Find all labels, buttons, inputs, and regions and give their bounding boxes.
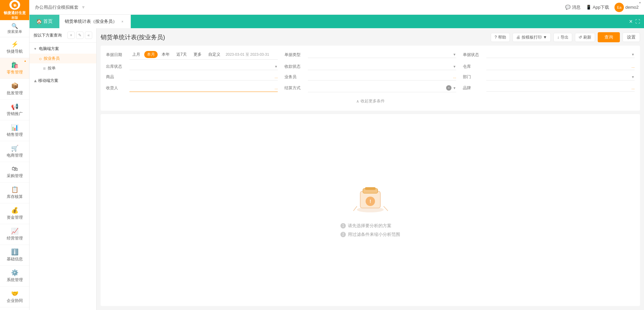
tab-close-btn[interactable]: × — [120, 19, 125, 24]
collapse-label: 收起更多条件 — [361, 98, 385, 104]
help-label: 帮助 — [498, 35, 506, 40]
sidebar-item-operations[interactable]: 📈 经营管理 — [0, 224, 29, 245]
query-btn[interactable]: 查询 — [598, 32, 620, 42]
system-icon: ⚙️ — [11, 269, 18, 276]
left-panel: 按以下方案查询 + ✎ « ▼ 电脑端方案 ○ 按业务员 ≡ 按单 — [30, 28, 97, 310]
docstatus-label: 单据状态 — [463, 52, 486, 58]
consignee-input[interactable] — [129, 86, 275, 90]
fullscreen-icon[interactable]: ⛶ — [635, 19, 640, 24]
consignee-more-btn[interactable]: ... — [275, 86, 278, 90]
sidebar-item-wholesale[interactable]: 📦 批发管理 — [0, 79, 29, 100]
mobile-group-title[interactable]: ▶ 移动端方案 — [30, 76, 96, 86]
tree-group-desktop: ▼ 电脑端方案 ○ 按业务员 ≡ 按单 — [30, 43, 96, 74]
tab-label: 销货单统计表（按业务员） — [65, 18, 117, 24]
paystatus-label: 收款状态 — [284, 64, 308, 69]
left-panel-actions: + ✎ « — [67, 32, 92, 39]
refresh-btn[interactable]: ↺ 刷新 — [575, 33, 595, 42]
edit-scheme-btn[interactable]: ✎ — [76, 32, 84, 39]
sidebar-item-retail[interactable]: 🛍️ 零售管理 — [0, 58, 29, 79]
main-area: 办公用品行业模拟账套 ▼ 💬 消息 📱 App下载 Ea demo2 🏠 首页 — [30, 0, 644, 310]
export-label: 导出 — [560, 35, 569, 40]
collapse-btn[interactable]: ∧ 收起更多条件 — [352, 98, 389, 105]
salesperson-more-btn[interactable]: ... — [453, 75, 456, 79]
breadcrumb-arrow: ▼ — [81, 5, 86, 10]
warehouse-more-btn[interactable]: ... — [632, 64, 635, 68]
settlement-control[interactable]: × ▼ — [308, 84, 456, 92]
filter-row-4: 收货人 ... 结算方式 × ▼ — [106, 84, 635, 92]
sidebar-item-enterprise[interactable]: 🤝 企业协同 — [0, 287, 29, 307]
wholesale-icon: 📦 — [11, 82, 18, 90]
brand-more-btn[interactable]: ... — [632, 86, 635, 90]
sidebar-item-finance[interactable]: 💰 资金管理 — [0, 203, 29, 224]
message-btn[interactable]: 💬 消息 — [565, 4, 581, 10]
tree-item-salesperson[interactable]: ○ 按业务员 — [30, 54, 96, 63]
mobile-group-label: 移动端方案 — [38, 78, 58, 84]
date-btn-last-month[interactable]: 上月 — [129, 51, 143, 58]
docstatus-control[interactable]: ▼ — [486, 51, 635, 58]
user-menu[interactable]: Ea demo2 — [614, 3, 639, 12]
docstatus-dropdown-icon: ▼ — [631, 53, 635, 56]
purchase-icon: 🛍 — [12, 165, 18, 172]
empty-illustration: ! — [350, 181, 390, 215]
date-filter-buttons: 上月 本月 本年 近7天 更多 自定义 2023-03-01 至 2023-03… — [129, 51, 269, 58]
print-icon: 🖨 — [516, 35, 520, 40]
sidebar-item-label: 库存核算 — [7, 194, 23, 200]
filter-department-item: 部门 ▼ — [463, 74, 635, 81]
date-btn-this-year[interactable]: 本年 — [159, 51, 172, 58]
paystatus-control[interactable]: ▼ — [308, 63, 456, 70]
sidebar-item-newbie[interactable]: 🎓 新手引导 — [0, 307, 29, 310]
goods-more-btn[interactable]: ... — [275, 75, 278, 79]
brand-label: 品牌 — [463, 85, 486, 91]
app-download-btn[interactable]: 📱 App下载 — [586, 4, 609, 10]
svg-rect-5 — [365, 187, 376, 190]
order-label: 按单 — [48, 65, 56, 71]
svg-line-9 — [384, 206, 388, 211]
tree-item-by-order[interactable]: ≡ 按单 — [30, 63, 96, 73]
template-print-btn[interactable]: 🖨 按模板打印 ▼ — [513, 33, 551, 42]
search-menu[interactable]: 🔍 搜索菜单 — [0, 20, 29, 37]
sidebar-item-basic[interactable]: ℹ️ 基础信息 — [0, 245, 29, 266]
date-filter-control: 上月 本月 本年 近7天 更多 自定义 2023-03-01 至 2023-03… — [129, 50, 278, 60]
export-btn[interactable]: ↓ 导出 — [553, 33, 572, 42]
settlement-dropdown-icon: ▼ — [453, 86, 456, 90]
logo-sub: 标版 — [11, 15, 18, 20]
sidebar-item-label: 系统管理 — [7, 277, 23, 283]
app-download-icon: 📱 — [586, 5, 591, 10]
avatar: Ea — [614, 3, 624, 12]
sidebar-item-purchase[interactable]: 🛍 采购管理 — [0, 162, 29, 183]
sidebar-item-inventory[interactable]: 📋 库存核算 — [0, 183, 29, 203]
date-btn-this-month[interactable]: 本月 — [144, 51, 158, 58]
filter-doctype-item: 单据类型 ▼ — [284, 51, 456, 58]
topbar-right: 💬 消息 📱 App下载 Ea demo2 — [565, 3, 639, 12]
sidebar-item-label: 批发管理 — [7, 90, 23, 96]
tab-sales-report[interactable]: 销货单统计表（按业务员） × — [59, 15, 131, 28]
tab-home[interactable]: 🏠 首页 — [30, 15, 59, 28]
sidebar-item-marketing[interactable]: 📢 营销推广 — [0, 100, 29, 120]
tip-text-1: 请先选择要分析的方案 — [348, 221, 391, 230]
settlement-clear-btn[interactable]: × — [446, 85, 451, 91]
collapse-panel-btn[interactable]: « — [85, 32, 92, 39]
desktop-group-title[interactable]: ▼ 电脑端方案 — [30, 44, 96, 54]
sidebar-item-sales[interactable]: 📊 销售管理 — [0, 120, 29, 141]
date-btn-7days[interactable]: 近7天 — [174, 51, 190, 58]
collapse-row: ∧ 收起更多条件 — [106, 96, 635, 107]
sidebar-item-ecommerce[interactable]: 🛒 电商管理 — [0, 141, 29, 162]
sidebar-item-system[interactable]: ⚙️ 系统管理 — [0, 266, 29, 287]
date-range-display: 2023-03-01 至 2023-03-31 — [226, 52, 269, 57]
salesperson-icon: ○ — [39, 56, 42, 61]
help-btn[interactable]: ? 帮助 — [491, 33, 510, 42]
close-window-icon[interactable]: × — [629, 18, 633, 25]
sidebar-item-quick[interactable]: ⚡ 快捷导航 — [0, 37, 29, 58]
date-btn-custom[interactable]: 自定义 — [206, 51, 223, 58]
setting-btn[interactable]: 设置 — [623, 33, 640, 42]
doctype-control[interactable]: ▼ — [308, 51, 456, 58]
right-content: 销货单统计表(按业务员) ? 帮助 🖨 按模板打印 ▼ ↓ 导出 — [97, 28, 644, 310]
brand-control: ... — [486, 85, 635, 92]
outstatus-control[interactable]: ▼ — [129, 63, 278, 70]
department-control[interactable]: ▼ — [486, 74, 635, 81]
salesperson-control: ... — [308, 73, 456, 81]
export-icon: ↓ — [557, 35, 559, 40]
add-scheme-btn[interactable]: + — [67, 32, 75, 39]
sidebar-item-label: 采购管理 — [7, 173, 23, 179]
date-btn-more[interactable]: 更多 — [191, 51, 204, 58]
